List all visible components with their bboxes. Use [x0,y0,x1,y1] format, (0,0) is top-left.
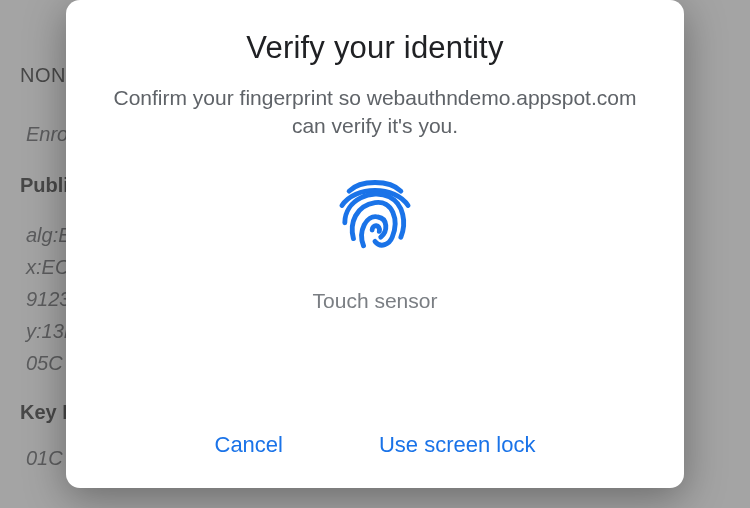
dialog-status: Touch sensor [313,289,438,313]
dialog-actions: Cancel Use screen lock [108,426,642,464]
fingerprint-icon [329,171,421,263]
dialog-title: Verify your identity [246,30,503,66]
use-screen-lock-button[interactable]: Use screen lock [375,426,540,464]
dialog-message: Confirm your fingerprint so webauthndemo… [108,84,642,141]
cancel-button[interactable]: Cancel [211,426,287,464]
biometric-dialog: Verify your identity Confirm your finger… [66,0,684,488]
